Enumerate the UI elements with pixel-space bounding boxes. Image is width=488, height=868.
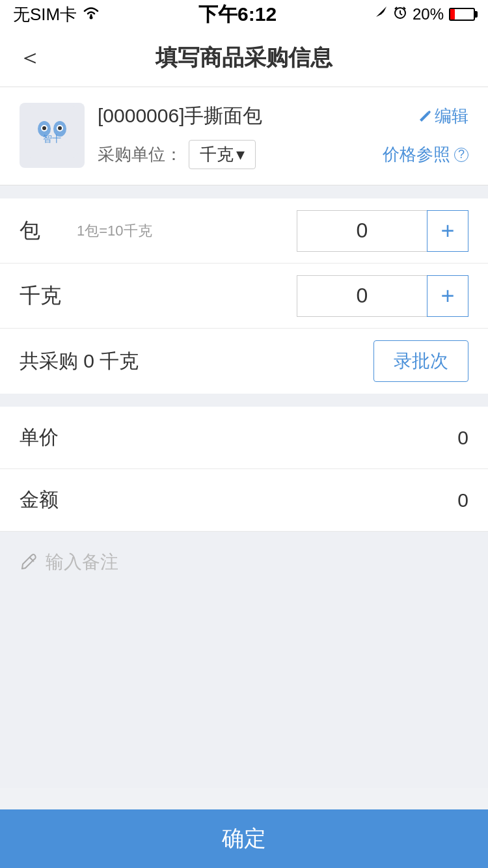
svg-rect-4 [26, 106, 78, 158]
note-placeholder: 输入备注 [46, 550, 118, 575]
location-icon [375, 5, 388, 23]
input-section: 包 1包=10千克 + 千克 + 共采购 0 千克 录批次 [0, 198, 488, 394]
status-bar: 无SIM卡 下午6:12 20% [0, 0, 488, 29]
info-icon: ? [454, 148, 468, 162]
bag-input-row: 包 1包=10千克 + [0, 198, 488, 264]
page-title: 填写商品采购信息 [156, 43, 332, 73]
bag-label: 包 [20, 217, 72, 245]
battery-percentage: 20% [413, 5, 444, 23]
amount-label: 金额 [20, 487, 59, 513]
product-info: [0000006]手撕面包 编辑 采购单位： 千克 ▾ [98, 103, 468, 169]
bag-plus-button[interactable]: + [427, 210, 468, 252]
product-logo: 智十 [26, 106, 78, 165]
status-left: 无SIM卡 [13, 3, 100, 26]
status-time: 下午6:12 [198, 1, 277, 28]
content: 智十 [0000006]手撕面包 编辑 [0, 87, 488, 788]
status-right: 20% [375, 5, 475, 23]
empty-space [0, 593, 488, 788]
product-card: 智十 [0000006]手撕面包 编辑 [0, 87, 488, 185]
note-icon [20, 551, 38, 574]
price-section: 单价 0 金额 0 [0, 407, 488, 532]
kg-plus-button[interactable]: + [427, 275, 468, 317]
note-section[interactable]: 输入备注 [0, 532, 488, 593]
product-image: 智十 [20, 103, 85, 168]
unit-price-row: 单价 0 [0, 407, 488, 469]
total-row: 共采购 0 千克 录批次 [0, 329, 488, 394]
dropdown-icon: ▾ [236, 144, 245, 165]
total-label: 共采购 0 千克 [20, 348, 139, 375]
back-button[interactable]: ＜ [18, 42, 42, 74]
svg-point-11 [58, 126, 62, 130]
kg-input-control: + [297, 275, 468, 317]
section-divider-2 [0, 394, 488, 407]
bag-sublabel: 1包=10千克 [77, 221, 297, 241]
bag-input-control: + [297, 210, 468, 252]
svg-point-0 [90, 16, 93, 19]
unit-select[interactable]: 千克 ▾ [189, 140, 256, 169]
kg-input-field[interactable] [297, 275, 427, 317]
unit-prefix-label: 采购单位： [98, 143, 182, 166]
unit-price-value: 0 [457, 427, 468, 449]
amount-value: 0 [457, 489, 468, 511]
section-divider-1 [0, 185, 488, 198]
batch-button[interactable]: 录批次 [373, 340, 468, 382]
product-name: [0000006]手撕面包 [98, 103, 262, 129]
amount-row: 金额 0 [0, 469, 488, 532]
svg-point-10 [42, 126, 46, 130]
svg-line-12 [29, 557, 34, 562]
bag-input-field[interactable] [297, 210, 427, 252]
confirm-button[interactable]: 确定 [0, 809, 488, 868]
carrier-text: 无SIM卡 [13, 3, 77, 26]
confirm-button-label: 确定 [222, 824, 266, 854]
battery-icon [449, 8, 475, 21]
kg-input-row: 千克 + [0, 264, 488, 329]
wifi-icon [82, 5, 100, 25]
nav-bar: ＜ 填写商品采购信息 [0, 29, 488, 87]
edit-button[interactable]: 编辑 [418, 105, 468, 128]
kg-label: 千克 [20, 282, 72, 310]
alarm-icon [393, 5, 407, 23]
unit-price-label: 单价 [20, 424, 59, 451]
svg-line-3 [400, 14, 402, 15]
price-ref-button[interactable]: 价格参照 ? [383, 143, 468, 166]
